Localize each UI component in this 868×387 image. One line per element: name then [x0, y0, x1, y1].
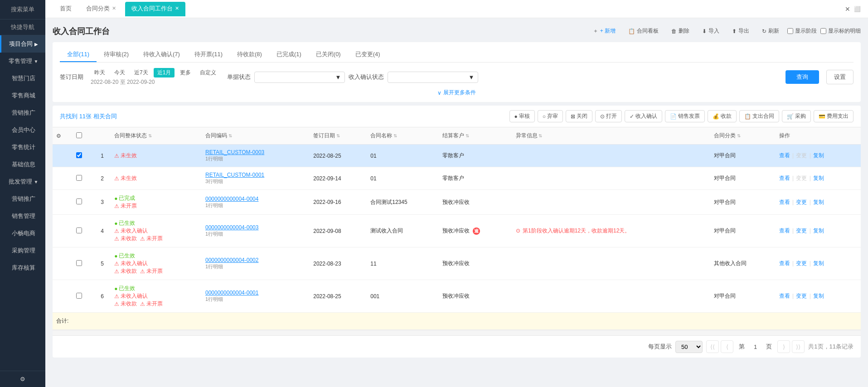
copy-link[interactable]: 复制	[813, 152, 824, 159]
row-checkbox[interactable]	[76, 175, 82, 181]
change-link[interactable]: 变更	[796, 199, 807, 205]
cell-row-expand[interactable]	[53, 215, 73, 247]
cell-checkbox[interactable]	[73, 247, 94, 280]
sidebar-item-project[interactable]: 项目合同 ▶	[0, 35, 45, 53]
sidebar-item-wholesale[interactable]: 批发管理 ▼	[0, 173, 45, 190]
new-button[interactable]: ＋ + 新增	[588, 25, 620, 37]
date-btn-custom[interactable]: 自定义	[196, 68, 220, 77]
tab-contract-category[interactable]: 合同分类 ✕	[79, 1, 123, 17]
th-contract-status[interactable]: 合同整体状态	[111, 127, 202, 145]
contract-code-link[interactable]: RETAIL_CUSTOM-0001	[205, 172, 264, 178]
view-link[interactable]: 查看	[779, 175, 790, 181]
th-exception-info[interactable]: 异常信息	[512, 127, 711, 145]
copy-link[interactable]: 复制	[813, 293, 824, 299]
sidebar-item-inventory[interactable]: 库存核算	[0, 259, 45, 276]
th-contract-name[interactable]: 合同名称	[367, 127, 439, 145]
import-button[interactable]: ⬇ 导入	[698, 25, 724, 37]
sidebar-item-base-info[interactable]: 基础信息	[0, 156, 45, 173]
sidebar-item-purchase[interactable]: 采购管理	[0, 242, 45, 259]
change-link[interactable]: 变更	[796, 293, 807, 299]
contract-code-link[interactable]: 0000000000004-0002	[205, 257, 258, 263]
next-page-button[interactable]: ⟩	[777, 340, 790, 353]
date-btn-last1month[interactable]: 近1月	[154, 68, 175, 77]
contract-code-link[interactable]: 0000000000004-0003	[205, 224, 258, 231]
abandon-button[interactable]: ○ 弃审	[538, 110, 563, 122]
show-stage-detail-checkbox[interactable]	[820, 28, 826, 34]
sidebar-item-retail-stats[interactable]: 零售统计	[0, 139, 45, 156]
row-checkbox[interactable]	[76, 293, 82, 299]
copy-link[interactable]: 复制	[813, 175, 824, 181]
date-btn-yesterday[interactable]: 昨天	[91, 68, 109, 77]
th-settings[interactable]: ⚙	[53, 127, 73, 145]
view-link[interactable]: 查看	[779, 199, 790, 205]
close-window-icon[interactable]: ✕	[845, 5, 850, 13]
contract-board-button[interactable]: 📋 合同看板	[624, 25, 663, 37]
sidebar-settings[interactable]: ⚙	[0, 371, 45, 387]
cell-row-expand[interactable]	[53, 280, 73, 313]
sidebar-item-sales-mgmt[interactable]: 销售管理	[0, 208, 45, 225]
cell-checkbox[interactable]	[73, 215, 94, 247]
income-confirm-button[interactable]: ✓ 收入确认	[625, 110, 662, 122]
view-link[interactable]: 查看	[779, 152, 790, 159]
row-checkbox[interactable]	[76, 260, 82, 266]
date-btn-more[interactable]: 更多	[176, 68, 194, 77]
view-link[interactable]: 查看	[779, 293, 790, 299]
sidebar-item-retail-mgmt[interactable]: 零售管理 ▼	[0, 53, 45, 70]
filter-tab-all[interactable]: 全部(11)	[60, 48, 97, 62]
income-confirm-select[interactable]: ▼	[388, 72, 478, 83]
cell-checkbox[interactable]	[73, 190, 94, 215]
filter-settings-button[interactable]: 设置	[826, 70, 853, 84]
expenditure-button[interactable]: 📋 支出合同	[739, 110, 779, 122]
prev-page-button[interactable]: ⟨	[721, 340, 733, 353]
copy-link[interactable]: 复制	[813, 199, 824, 205]
filter-tab-pending-confirm[interactable]: 待收入确认(7)	[136, 48, 187, 62]
close-icon2[interactable]: ✕	[175, 5, 179, 11]
cell-row-expand[interactable]	[53, 167, 73, 190]
sidebar-item-retail-commerce[interactable]: 零售商城	[0, 87, 45, 104]
th-contract-code[interactable]: 合同编码	[202, 127, 310, 145]
date-btn-last7[interactable]: 近7天	[131, 68, 152, 77]
filter-tab-pending-invoice[interactable]: 待开票(11)	[187, 48, 230, 62]
refresh-button[interactable]: ↻ 刷新	[757, 25, 784, 37]
view-link[interactable]: 查看	[779, 260, 790, 266]
sidebar-item-marketing2[interactable]: 营销推广	[0, 190, 45, 208]
filter-tab-changed[interactable]: 已变更(4)	[348, 48, 388, 62]
contract-code-link[interactable]: 0000000000004-0004	[205, 196, 258, 202]
audit-button[interactable]: ● 审核	[509, 110, 535, 122]
sidebar-item-marketing[interactable]: 营销推广	[0, 104, 45, 121]
select-all-checkbox[interactable]	[76, 132, 82, 138]
first-page-button[interactable]: ⟨⟨	[706, 340, 719, 353]
close-icon[interactable]: ✕	[112, 5, 116, 11]
expand-more-btn[interactable]: ∨ 展开更多条件	[60, 89, 853, 97]
th-contract-category[interactable]: 合同分类	[710, 127, 775, 145]
cell-checkbox[interactable]	[73, 167, 94, 190]
sidebar-nav[interactable]: 快捷导航	[0, 19, 45, 35]
contract-code-link[interactable]: 0000000000004-0001	[205, 290, 258, 296]
close-contract-button[interactable]: ⊠ 关闭	[566, 110, 592, 122]
change-link[interactable]: 变更	[796, 227, 807, 234]
cell-row-expand[interactable]	[53, 247, 73, 280]
th-settlement-customer[interactable]: 结算客户	[439, 127, 512, 145]
show-stage-checkbox[interactable]	[787, 28, 793, 34]
filter-tab-completed[interactable]: 已完成(1)	[269, 48, 309, 62]
th-sign-date[interactable]: 签订日期	[310, 127, 367, 145]
filter-tab-pending-review[interactable]: 待审核(2)	[97, 48, 136, 62]
tab-income-workbench[interactable]: 收入合同工作台 ✕	[125, 2, 185, 16]
purchase-button[interactable]: 🛒 采购	[782, 110, 811, 122]
view-link[interactable]: 查看	[779, 227, 790, 234]
sales-invoice-button[interactable]: 📄 销售发票	[665, 110, 705, 122]
cell-checkbox[interactable]	[73, 280, 94, 313]
filter-tab-pending-receipt[interactable]: 待收款(8)	[230, 48, 269, 62]
delete-button[interactable]: 🗑 删除	[667, 25, 694, 37]
sidebar-item-xiaochange[interactable]: 小畅电商	[0, 225, 45, 242]
cell-row-expand[interactable]	[53, 190, 73, 215]
filter-tab-closed[interactable]: 已关闭(0)	[309, 48, 348, 62]
table-scrollbar[interactable]	[53, 330, 861, 335]
change-link[interactable]: 变更	[796, 260, 807, 266]
copy-link[interactable]: 复制	[813, 260, 824, 266]
doc-status-select[interactable]: ▼	[254, 72, 345, 83]
cell-row-expand[interactable]	[53, 145, 73, 167]
row-checkbox[interactable]	[76, 198, 82, 204]
maximize-window-icon[interactable]: ⬜	[854, 6, 861, 12]
sidebar-item-member-center[interactable]: 会员中心	[0, 121, 45, 139]
